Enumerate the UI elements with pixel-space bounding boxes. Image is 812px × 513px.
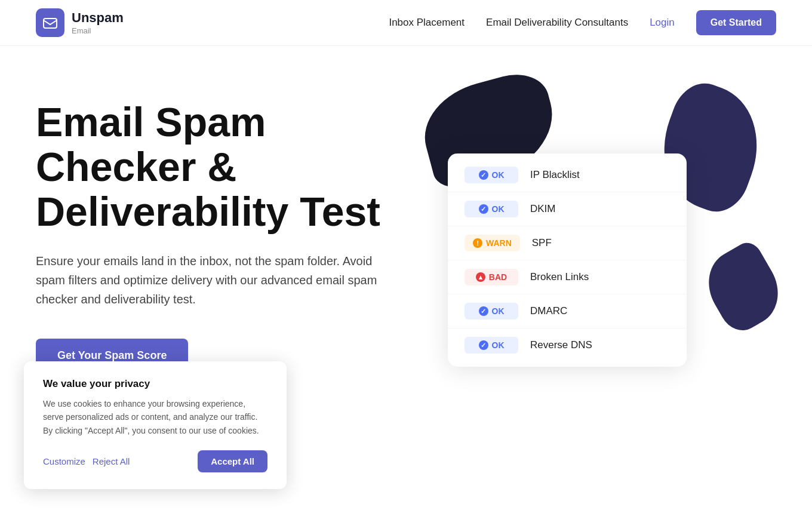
nav-consultants[interactable]: Email Deliverability Consultants	[486, 17, 628, 29]
hero-right: ✓ OK IP Blacklist ✓ OK DKIM ! WARN SPF ▲…	[406, 82, 776, 452]
status-badge: ! WARN	[465, 235, 520, 251]
brand-name: Unspam	[72, 10, 124, 26]
blob-container: ✓ OK IP Blacklist ✓ OK DKIM ! WARN SPF ▲…	[442, 82, 740, 452]
check-label: Broken Links	[530, 271, 589, 283]
badge-label: OK	[492, 170, 505, 180]
status-badge: ✓ OK	[465, 337, 518, 354]
hero-left: Email Spam Checker & Deliverability Test…	[36, 82, 406, 373]
badge-icon: ▲	[476, 272, 485, 282]
badge-label: WARN	[486, 238, 512, 248]
logo-icon	[36, 8, 64, 37]
badge-icon: ✓	[479, 306, 488, 316]
nav-get-started-button[interactable]: Get Started	[696, 10, 776, 35]
check-row: ✓ OK DKIM	[448, 192, 687, 226]
status-badge: ▲ BAD	[465, 269, 518, 285]
cookie-accept-button[interactable]: Accept All	[198, 450, 267, 472]
check-row: ! WARN SPF	[448, 226, 687, 260]
check-panel: ✓ OK IP Blacklist ✓ OK DKIM ! WARN SPF ▲…	[448, 153, 687, 367]
badge-label: BAD	[489, 272, 507, 282]
status-badge: ✓ OK	[465, 303, 518, 320]
header: Unspam Email Inbox Placement Email Deliv…	[0, 0, 812, 46]
cookie-reject-button[interactable]: Reject All	[93, 456, 130, 466]
cookie-title: We value your privacy	[43, 378, 267, 390]
cookie-body: We use cookies to enhance your browsing …	[43, 397, 267, 437]
check-label: DKIM	[530, 203, 556, 215]
hero-title-line2: Checker &	[36, 144, 236, 189]
check-row: ▲ BAD Broken Links	[448, 260, 687, 294]
main-nav: Inbox Placement Email Deliverability Con…	[389, 10, 776, 35]
brand-tagline: Email	[72, 26, 124, 35]
logo-area: Unspam Email	[36, 8, 124, 37]
badge-icon: ✓	[479, 170, 488, 180]
nav-login[interactable]: Login	[650, 17, 675, 29]
check-row: ✓ OK Reverse DNS	[448, 328, 687, 362]
badge-label: OK	[492, 204, 505, 214]
cookie-customize-button[interactable]: Customize	[43, 456, 85, 466]
cookie-banner: We value your privacy We use cookies to …	[24, 361, 287, 489]
check-label: Reverse DNS	[530, 339, 592, 351]
hero-subtitle: Ensure your emails land in the inbox, no…	[36, 251, 382, 309]
check-label: SPF	[532, 237, 552, 249]
cookie-buttons: Customize Reject All Accept All	[43, 450, 267, 472]
badge-label: OK	[492, 340, 505, 350]
logo-text-area: Unspam Email	[72, 10, 124, 35]
check-row: ✓ OK IP Blacklist	[448, 158, 687, 192]
hero-title-line1: Email Spam	[36, 99, 266, 145]
status-badge: ✓ OK	[465, 201, 518, 217]
check-label: IP Blacklist	[530, 169, 580, 181]
check-row: ✓ OK DMARC	[448, 294, 687, 328]
badge-icon: ✓	[479, 340, 488, 350]
status-badge: ✓ OK	[465, 167, 518, 183]
hero-title-line3: Deliverability Test	[36, 189, 380, 234]
badge-icon: ✓	[479, 204, 488, 214]
nav-inbox-placement[interactable]: Inbox Placement	[389, 17, 465, 29]
blob-dark-bottom-right	[696, 238, 791, 338]
svg-rect-0	[44, 19, 57, 28]
badge-label: OK	[492, 306, 505, 316]
check-label: DMARC	[530, 305, 567, 317]
hero-title: Email Spam Checker & Deliverability Test	[36, 100, 406, 234]
badge-icon: !	[473, 238, 482, 248]
